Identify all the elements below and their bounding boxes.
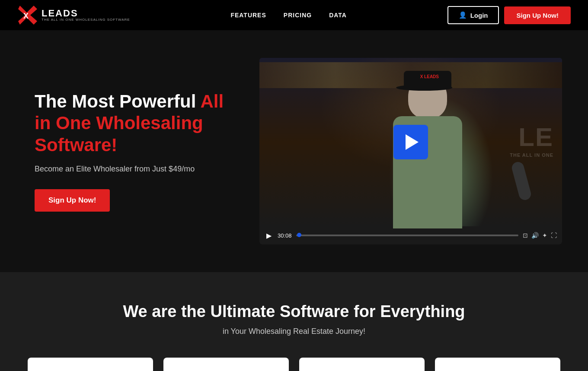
fullscreen-icon[interactable]: ⛶ [551, 232, 557, 239]
play-control-button[interactable]: ▶ [265, 231, 273, 240]
nav-data[interactable]: DATA [329, 12, 347, 19]
video-time: 30:08 [278, 232, 292, 239]
section2: We are the Ultimate Software for Everyth… [0, 272, 588, 371]
nav-pricing[interactable]: PRICING [284, 12, 312, 19]
hero-left: The Most Powerful All in One Wholesaling… [35, 91, 242, 212]
signup-hero-button[interactable]: Sign Up Now! [35, 189, 110, 212]
person-icon: 👤 [459, 11, 467, 19]
hero-headline: The Most Powerful All in One Wholesaling… [35, 91, 242, 156]
svg-text:X: X [23, 12, 29, 20]
logo-x-icon: X [17, 5, 38, 25]
logo: X LEADS THE ALL IN ONE WHOLESALING SOFTW… [17, 5, 130, 25]
video-controls: ▶ 30:08 ⊡ 🔊 ✦ ⛶ [259, 226, 562, 244]
signup-nav-button[interactable]: Sign Up Now! [504, 6, 571, 24]
progress-dot [297, 233, 301, 237]
feature-cards-row: The Best Data We Use the Same Data & Lis… [26, 358, 562, 371]
feature-card-0: The Best Data We Use the Same Data & Lis… [28, 358, 153, 371]
video-thumbnail: X LEADS LE THE ALL IN ONE [259, 58, 562, 226]
hero-subtext: Become an Elite Wholesaler from Just $49… [35, 165, 242, 174]
feature-card-1: AI LISTS! We take the best data in the g… [163, 358, 289, 371]
settings-icon[interactable]: ✦ [542, 232, 547, 239]
feature-card-3: Free Unlimited Skiptracing! Up to 60,000… [435, 358, 560, 371]
nav-features[interactable]: FEATURES [230, 12, 266, 19]
video-text-overlay: LE THE ALL IN ONE [510, 126, 553, 158]
section2-title: We are the Ultimate Software for Everyth… [26, 302, 562, 321]
hero-video: X LEADS LE THE ALL IN ONE ▶ 30:08 [259, 58, 562, 244]
volume-icon[interactable]: 🔊 [531, 232, 539, 239]
nav-links: FEATURES PRICING DATA [230, 12, 347, 19]
logo-subtitle: THE ALL IN ONE WHOLESALING SOFTWARE [42, 18, 130, 22]
navbar: X LEADS THE ALL IN ONE WHOLESALING SOFTW… [0, 0, 588, 30]
logo-brand: LEADS [42, 9, 130, 18]
section2-subtitle: in Your Wholesaling Real Estate Journey! [26, 327, 562, 336]
play-triangle-icon [406, 134, 419, 150]
cc-icon[interactable]: ⊡ [523, 232, 528, 239]
hero-section: The Most Powerful All in One Wholesaling… [0, 30, 588, 272]
login-button[interactable]: 👤 Login [447, 6, 499, 24]
nav-actions: 👤 Login Sign Up Now! [447, 6, 571, 24]
logo-text: LEADS THE ALL IN ONE WHOLESALING SOFTWAR… [42, 9, 130, 22]
feature-card-2: The Best Dispo Platform We Use AI to Fin… [299, 358, 425, 371]
video-control-icons: ⊡ 🔊 ✦ ⛶ [523, 232, 557, 239]
hero-headline-plain: The Most Powerful [35, 91, 200, 111]
progress-bar[interactable] [296, 235, 518, 236]
play-button[interactable] [393, 125, 428, 159]
